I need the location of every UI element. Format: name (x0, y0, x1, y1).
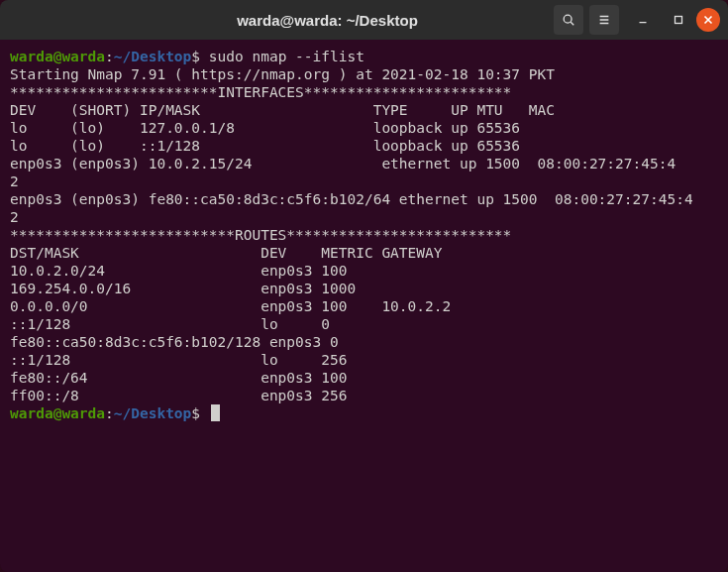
iface-row: enp0s3 (enp0s3) fe80::ca50:8d3c:c5f6:b10… (10, 190, 718, 208)
prompt-symbol: $ (191, 49, 200, 64)
prompt-line-2: warda@warda:~/Desktop$ (10, 404, 718, 422)
iface-row: 2 (10, 208, 718, 226)
search-button[interactable] (554, 5, 583, 35)
minimize-button[interactable] (631, 8, 655, 32)
hamburger-icon (597, 13, 611, 27)
route-row: 169.254.0.0/16 enp0s3 1000 (10, 280, 718, 297)
svg-rect-6 (676, 17, 682, 24)
route-row: ::1/128 lo 256 (10, 351, 718, 369)
maximize-button[interactable] (667, 8, 690, 32)
routes-columns: DST/MASK DEV METRIC GATEWAY (10, 244, 718, 262)
search-icon (562, 13, 575, 27)
prompt-line-1: warda@warda:~/Desktop$ sudo nmap --iflis… (10, 48, 718, 65)
svg-point-0 (564, 15, 572, 23)
menu-button[interactable] (589, 5, 619, 35)
iface-row: lo (lo) 127.0.0.1/8 loopback up 65536 (10, 119, 718, 137)
iface-row: lo (lo) ::1/128 loopback up 65536 (10, 137, 718, 155)
iface-row: 2 (10, 172, 718, 190)
interfaces-columns: DEV (SHORT) IP/MASK TYPE UP MTU MAC (10, 101, 718, 119)
route-row: 0.0.0.0/0 enp0s3 100 10.0.2.2 (10, 297, 718, 315)
maximize-icon (672, 13, 685, 27)
close-button[interactable] (696, 8, 720, 32)
iface-row: enp0s3 (enp0s3) 10.0.2.15/24 ethernet up… (10, 155, 718, 172)
route-row: fe80::/64 enp0s3 100 (10, 369, 718, 387)
terminal-body[interactable]: warda@warda:~/Desktop$ sudo nmap --iflis… (0, 40, 728, 572)
titlebar: warda@warda: ~/Desktop (0, 0, 728, 40)
prompt-colon: : (105, 49, 114, 64)
prompt-path: ~/Desktop (114, 49, 192, 64)
cursor (211, 404, 220, 421)
route-row: 10.0.2.0/24 enp0s3 100 (10, 262, 718, 280)
output-header-interfaces: ************************INTERFACES******… (10, 83, 718, 101)
output-header-routes: **************************ROUTES********… (10, 226, 718, 244)
command-text: sudo nmap --iflist (209, 49, 364, 64)
prompt-colon: : (105, 405, 114, 421)
close-icon (701, 13, 715, 27)
prompt-path: ~/Desktop (114, 405, 192, 421)
prompt-userhost: warda@warda (10, 405, 105, 421)
minimize-icon (636, 13, 650, 27)
route-row: fe80::ca50:8d3c:c5f6:b102/128 enp0s3 0 (10, 333, 718, 351)
output-starting: Starting Nmap 7.91 ( https://nmap.org ) … (10, 65, 718, 83)
route-row: ff00::/8 enp0s3 256 (10, 387, 718, 404)
prompt-symbol: $ (191, 405, 200, 421)
svg-line-1 (571, 22, 573, 25)
prompt-userhost: warda@warda (10, 49, 105, 64)
route-row: ::1/128 lo 0 (10, 315, 718, 333)
window-title: warda@warda: ~/Desktop (8, 12, 548, 29)
